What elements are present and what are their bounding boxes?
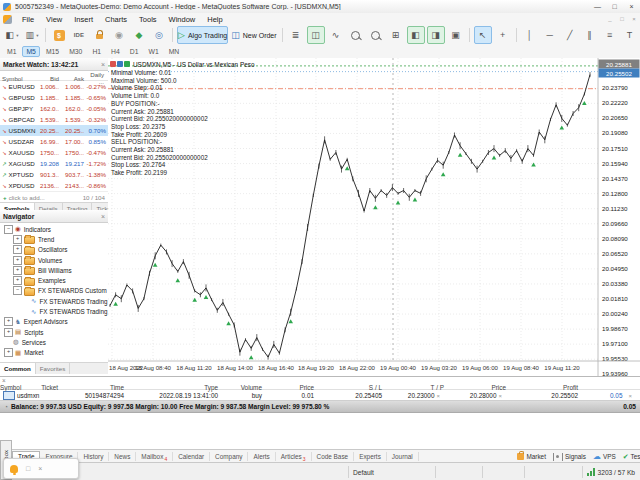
expand-icon[interactable]: + xyxy=(13,276,22,285)
market-watch-close-button[interactable]: × xyxy=(101,61,105,68)
expand-icon[interactable]: + xyxy=(13,256,22,265)
trendline-icon[interactable]: ╱ xyxy=(561,26,579,44)
column-header[interactable]: Bid xyxy=(38,75,61,82)
remove-tp-button[interactable]: × xyxy=(498,393,506,399)
channel-icon[interactable]: ∥ xyxy=(581,26,599,44)
timeframe-m1[interactable]: M1 xyxy=(3,46,20,57)
cursor-icon[interactable]: ↖ xyxy=(474,26,492,44)
add-symbol-label[interactable]: click to add... xyxy=(9,194,45,201)
zoom-out-icon[interactable] xyxy=(367,26,385,44)
market-watch-header[interactable]: Market Watch: 13:42:21 × xyxy=(0,58,108,71)
expand-icon[interactable]: + xyxy=(13,235,22,244)
navigator-tab-favorites[interactable]: Favorites xyxy=(36,363,70,374)
algo-trading-button[interactable]: ▷Algo Trading xyxy=(177,26,228,44)
popup-restore-button[interactable]: □ xyxy=(26,465,30,472)
column-header[interactable]: Symbol xyxy=(2,75,38,82)
toolbox-tab-company[interactable]: Company xyxy=(210,452,248,461)
navigator-close-button[interactable]: × xyxy=(101,213,105,220)
trade-column-tp[interactable]: T / P xyxy=(386,384,448,391)
toolbox-tab-news[interactable]: News xyxy=(109,452,136,461)
market-watch-row-usdzar[interactable]: ↘USDZAR16.99..17.00..0.85% xyxy=(0,136,108,147)
menu-window[interactable]: Window xyxy=(163,15,202,24)
timeframe-h4[interactable]: H4 xyxy=(107,46,124,57)
tick-chart-icon[interactable]: ≣ xyxy=(287,26,305,44)
expand-icon[interactable]: + xyxy=(4,348,13,357)
trade-column-price[interactable]: Price xyxy=(448,384,510,391)
market-watch-row-xagusd[interactable]: ↗XAGUSD19.20819.217-1.72% xyxy=(0,158,108,169)
toolbox-tab-articles[interactable]: Articles3 xyxy=(276,452,312,461)
timeframe-w1[interactable]: W1 xyxy=(144,46,162,57)
timeframe-mn[interactable]: MN xyxy=(165,46,184,57)
metaeditor-icon[interactable]: IDE xyxy=(70,26,88,44)
toolbox-tab-history[interactable]: History xyxy=(78,452,109,461)
dropdown-arrow-icon[interactable]: ▾ xyxy=(36,33,38,38)
navigator-item[interactable]: +Examples xyxy=(0,275,108,285)
toolbox-tab-alerts[interactable]: Alerts xyxy=(248,452,275,461)
navigator-header[interactable]: Navigator × xyxy=(0,210,108,223)
timeframe-h1[interactable]: H1 xyxy=(88,46,105,57)
menu-tools[interactable]: Tools xyxy=(133,15,163,24)
dropdown-arrow-icon[interactable]: ▾ xyxy=(16,33,18,38)
navigator-tab-common[interactable]: Common xyxy=(0,363,36,374)
timeframe-d1[interactable]: D1 xyxy=(126,46,143,57)
expand-icon[interactable]: + xyxy=(4,328,13,337)
navigator-item[interactable]: +♞Expert Advisors xyxy=(0,317,108,327)
market-watch-row-gbpusd[interactable]: ↘GBPUSD1.185..1.185..-0.65% xyxy=(0,92,108,103)
close-button[interactable]: × xyxy=(623,3,640,10)
profile-cell[interactable]: Default xyxy=(348,466,435,478)
menu-insert[interactable]: Insert xyxy=(68,15,99,24)
navigator-item[interactable]: +Volumes xyxy=(0,255,108,265)
market-watch-row-gbpcad[interactable]: ↘GBPCAD1.539..1.539..-0.32% xyxy=(0,114,108,125)
toolbox-tab-experts[interactable]: Experts xyxy=(354,452,387,461)
trade-column-volume[interactable]: Volume xyxy=(222,384,266,391)
toolbox-close-button[interactable]: × xyxy=(0,377,10,384)
new-order-button[interactable]: ◫New Order xyxy=(230,26,277,44)
grid-icon[interactable]: ⊞ xyxy=(387,26,405,44)
fibonacci-icon[interactable]: ≡ xyxy=(601,26,619,44)
market-watch-row-xauusd[interactable]: ↘XAUUSD1750...1750...-0.47% xyxy=(0,147,108,158)
zoom-in-icon[interactable] xyxy=(347,26,365,44)
line-chart-icon[interactable]: ∿ xyxy=(327,26,345,44)
market-watch-row-gbpjpy[interactable]: ↘GBPJPY162.0..162.0..-0.05% xyxy=(0,103,108,114)
navigator-item[interactable]: +▤Scripts xyxy=(0,327,108,337)
add-symbol-icon[interactable]: + xyxy=(3,194,7,201)
minimize-button[interactable]: — xyxy=(589,3,606,10)
new-chart-icon[interactable]: ◧▾ xyxy=(3,26,21,44)
service-tab-tester[interactable]: ✔Tester xyxy=(623,453,640,461)
toolbox-tab-calendar[interactable]: Calendar xyxy=(173,452,210,461)
column-header[interactable]: Ask xyxy=(61,75,86,82)
market-watch-row-eurusd[interactable]: ↘EURUSD1.006..1.006..-0.27% xyxy=(0,81,108,92)
community-icon[interactable]: ◎ xyxy=(150,26,168,44)
menu-file[interactable]: File xyxy=(16,15,40,24)
lock-icon[interactable] xyxy=(90,26,108,44)
menu-charts[interactable]: Charts xyxy=(99,15,133,24)
broadcast-icon[interactable]: ◉ xyxy=(110,26,128,44)
menu-view[interactable]: View xyxy=(40,15,68,24)
trade-row[interactable]: usdmxn501948742942022.08.19 13:41:00buy0… xyxy=(0,390,640,400)
notification-popup[interactable]: □ × xyxy=(3,458,79,479)
child-control[interactable]: □ xyxy=(616,16,628,22)
close-position-button[interactable]: × xyxy=(628,393,636,399)
trade-column-sl[interactable]: S / L xyxy=(318,384,386,391)
profiles-icon[interactable]: ▥▾ xyxy=(23,26,41,44)
candlestick-chart-icon[interactable]: ◫ xyxy=(307,26,325,44)
child-control[interactable]: _ xyxy=(604,16,616,22)
market-watch-row-usdmxn[interactable]: ↘USDMXN20.25..20.25..0.70% xyxy=(0,125,108,136)
timeframe-m5[interactable]: M5 xyxy=(22,46,39,57)
toolbox-tab-code-base[interactable]: Code Base xyxy=(312,452,355,461)
navigator-item[interactable]: −FX STEWARDS Custom Indica xyxy=(0,286,108,296)
trade-column-type[interactable]: Type xyxy=(128,384,222,391)
navigator-item[interactable]: +Trend xyxy=(0,234,108,244)
navigator-item[interactable]: +Oscillators xyxy=(0,245,108,255)
strategy-tester-icon[interactable]: ◆ xyxy=(130,26,148,44)
text-label-icon[interactable]: T xyxy=(621,26,639,44)
trade-column-profit[interactable]: Profit xyxy=(510,384,582,391)
navigator-item[interactable]: −◉Indicators xyxy=(0,224,108,234)
horizontal-line-icon[interactable]: ─ xyxy=(541,26,559,44)
chart-area[interactable]: 20.2379020.2222020.2065020.1908020.17510… xyxy=(108,58,640,376)
arrange-windows-icon[interactable]: ◧ xyxy=(407,26,425,44)
expand-icon[interactable]: + xyxy=(4,317,13,326)
service-tab-market[interactable]: Market xyxy=(517,453,546,460)
navigator-item[interactable]: +Bill Williams xyxy=(0,265,108,275)
timeframe-m30[interactable]: M30 xyxy=(65,46,86,57)
